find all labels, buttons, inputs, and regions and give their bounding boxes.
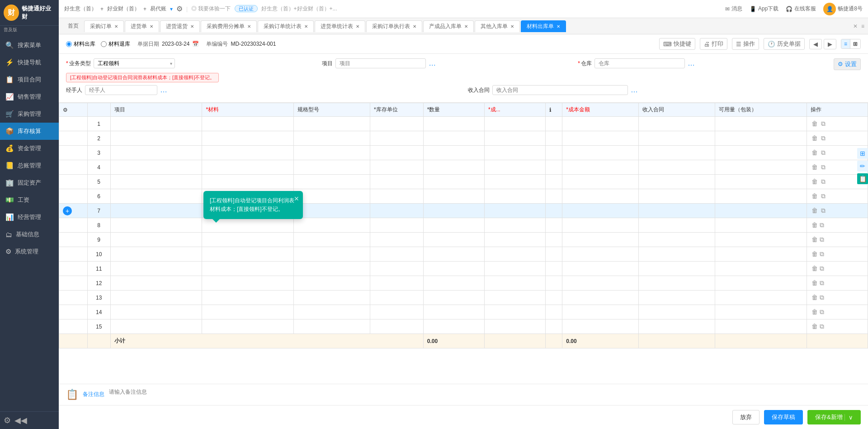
tab-bar-more-btn[interactable]: ≡ xyxy=(861,23,864,29)
td-contract[interactable] xyxy=(639,233,715,247)
tab-other-in[interactable]: 其他入库单 ✕ xyxy=(475,20,520,32)
td-qty-active[interactable] xyxy=(423,204,484,218)
td-qty[interactable] xyxy=(423,233,484,247)
view-grid-btn[interactable]: ⊞ xyxy=(850,39,860,48)
td-cost-amount[interactable] xyxy=(562,131,639,146)
td-project[interactable] xyxy=(110,262,202,276)
td-cost-amount[interactable] xyxy=(562,117,639,131)
td-cost[interactable] xyxy=(484,247,545,262)
tab-inbound-close[interactable]: ✕ xyxy=(150,24,153,29)
td-cost[interactable] xyxy=(484,233,545,247)
sidebar-item-assets[interactable]: 🏢 固定资产 xyxy=(0,174,59,191)
td-cost[interactable] xyxy=(484,305,545,319)
td-material[interactable] xyxy=(202,160,294,175)
shortcuts-btn[interactable]: ⌨ 快捷键 xyxy=(659,38,695,50)
delete-btn[interactable]: 🗑 xyxy=(811,120,818,127)
td-qty[interactable] xyxy=(423,218,484,233)
delete-btn[interactable]: 🗑 xyxy=(811,308,818,315)
td-project[interactable] xyxy=(110,131,202,146)
view-list-btn[interactable]: ≡ xyxy=(841,39,850,48)
copy-btn[interactable]: ⧉ xyxy=(821,192,826,200)
tooltip-close-btn[interactable]: ✕ xyxy=(294,194,299,204)
sidebar-item-system[interactable]: ⚙ 系统管理 xyxy=(0,243,59,260)
td-material[interactable] xyxy=(202,247,294,262)
tab-purchase-order[interactable]: 采购订单 ✕ xyxy=(84,20,124,32)
nav-haoshengyi[interactable]: 好生意（首） xyxy=(64,5,97,13)
td-material[interactable] xyxy=(202,319,294,334)
td-material[interactable] xyxy=(202,146,294,160)
tab-inbound-stat-close[interactable]: ✕ xyxy=(356,24,359,29)
td-qty[interactable] xyxy=(423,146,484,160)
td-spec[interactable] xyxy=(294,319,370,334)
td-cost[interactable] xyxy=(484,218,545,233)
td-spec[interactable] xyxy=(294,146,370,160)
sidebar-item-quicknav[interactable]: ⚡ 快捷导航 xyxy=(0,54,59,71)
delete-btn[interactable]: 🗑 xyxy=(811,192,818,200)
td-project[interactable] xyxy=(110,233,202,247)
tab-purchase-order-close[interactable]: ✕ xyxy=(114,24,118,29)
handler-input[interactable] xyxy=(85,85,157,95)
td-spec[interactable] xyxy=(294,189,370,204)
td-spec[interactable] xyxy=(294,247,370,262)
next-btn[interactable]: ▶ xyxy=(824,39,836,49)
copy-btn[interactable]: ⧉ xyxy=(821,134,826,142)
delete-btn[interactable]: 🗑 xyxy=(811,178,818,185)
tab-inbound-stat[interactable]: 进货单统计表 ✕ xyxy=(315,20,365,32)
radio-out-input[interactable] xyxy=(66,41,72,47)
td-qty[interactable] xyxy=(423,160,484,175)
td-unit[interactable] xyxy=(370,160,424,175)
form-settings-btn[interactable]: ⚙ 设置 xyxy=(834,58,861,70)
td-unit[interactable] xyxy=(370,117,424,131)
td-cost-amount[interactable] xyxy=(562,291,639,305)
td-available[interactable] xyxy=(715,160,807,175)
td-cost[interactable] xyxy=(484,131,545,146)
td-contract[interactable] xyxy=(639,131,715,146)
td-cost[interactable] xyxy=(484,276,545,291)
td-unit[interactable] xyxy=(370,276,424,291)
delete-btn[interactable]: 🗑 xyxy=(811,250,818,257)
delete-btn-active[interactable]: 🗑 xyxy=(811,207,818,214)
sidebar-settings-btn[interactable]: ⚙ xyxy=(4,415,11,425)
sidebar-item-search[interactable]: 🔍 搜索菜单 xyxy=(0,37,59,54)
td-contract[interactable] xyxy=(639,218,715,233)
td-project[interactable] xyxy=(110,276,202,291)
td-cost-amount[interactable] xyxy=(562,247,639,262)
nav-settings-icon[interactable]: ⚙ xyxy=(176,5,183,13)
td-contract[interactable] xyxy=(639,189,715,204)
td-available[interactable] xyxy=(715,247,807,262)
notes-input[interactable] xyxy=(109,389,861,395)
td-unit[interactable] xyxy=(370,189,424,204)
td-unit[interactable] xyxy=(370,247,424,262)
tab-inbound-return[interactable]: 进货退货 ✕ xyxy=(160,20,200,32)
sidebar-item-sales[interactable]: 📈 销售管理 xyxy=(0,88,59,105)
td-spec[interactable] xyxy=(294,233,370,247)
copy-btn[interactable]: ⧉ xyxy=(820,265,824,272)
td-available[interactable] xyxy=(715,305,807,319)
warehouse-more-btn[interactable]: … xyxy=(688,59,695,67)
td-cost-amount-active[interactable] xyxy=(562,204,639,218)
td-available[interactable] xyxy=(715,291,807,305)
online-service-btn[interactable]: 🎧 在线客服 xyxy=(786,5,816,13)
td-spec[interactable] xyxy=(294,160,370,175)
td-material[interactable] xyxy=(202,233,294,247)
td-cost-active[interactable] xyxy=(484,204,545,218)
td-spec[interactable] xyxy=(294,131,370,146)
delete-btn[interactable]: 🗑 xyxy=(811,236,818,243)
sidebar-item-ledger[interactable]: 📒 总账管理 xyxy=(0,157,59,174)
handler-more-btn[interactable]: … xyxy=(160,86,167,94)
td-project[interactable] xyxy=(110,117,202,131)
td-material[interactable] xyxy=(202,305,294,319)
tab-inbound-return-close[interactable]: ✕ xyxy=(190,24,194,29)
td-unit-active[interactable] xyxy=(370,204,424,218)
td-cost-amount[interactable] xyxy=(562,233,639,247)
copy-btn[interactable]: ⧉ xyxy=(820,294,824,301)
delete-btn[interactable]: 🗑 xyxy=(811,279,818,286)
td-spec[interactable] xyxy=(294,291,370,305)
add-row-btn[interactable]: + xyxy=(63,206,72,215)
td-cost[interactable] xyxy=(484,262,545,276)
td-project[interactable] xyxy=(110,160,202,175)
td-unit[interactable] xyxy=(370,233,424,247)
user-area[interactable]: 👤 畅捷通8号 xyxy=(823,3,863,15)
td-material[interactable] xyxy=(202,291,294,305)
td-cost[interactable] xyxy=(484,189,545,204)
